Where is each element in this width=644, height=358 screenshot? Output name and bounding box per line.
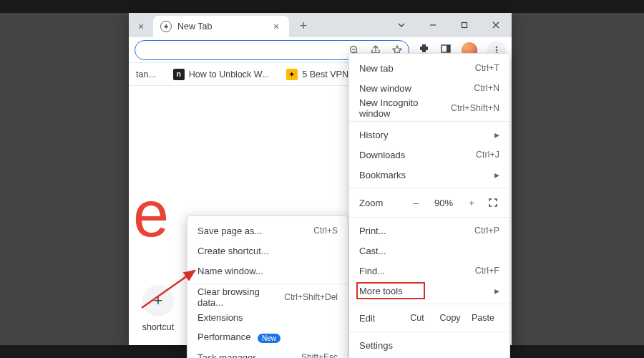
svg-point-8 [496, 49, 498, 51]
submenu-item-extensions[interactable]: Extensions [187, 307, 348, 327]
chevron-right-icon: ▸ [494, 285, 499, 296]
menu-label: Settings [359, 340, 393, 351]
fullscreen-icon[interactable] [487, 198, 499, 208]
menu-item-zoom: Zoom – 90% + [349, 191, 509, 214]
menu-shortcut: Ctrl+P [474, 226, 499, 236]
tab-title: New Tab [177, 21, 212, 32]
svg-rect-6 [447, 45, 450, 52]
menu-label: New window [359, 83, 411, 94]
menu-label: Task manager [197, 352, 256, 359]
menu-shortcut: Ctrl+N [474, 83, 499, 93]
bookmark-item[interactable]: n How to Unblock W... [169, 66, 274, 83]
menu-shortcut: Ctrl+Shift+N [451, 103, 499, 113]
menu-label: History [359, 130, 388, 140]
minimize-button[interactable] [417, 13, 449, 37]
menu-item-settings[interactable]: Settings [349, 335, 509, 355]
menu-item-bookmarks[interactable]: Bookmarks ▸ [349, 165, 509, 185]
submenu-item-performance[interactable]: Performance New [187, 327, 348, 347]
menu-label: Create shortcut... [197, 246, 269, 256]
menu-shortcut: Shift+Esc [301, 352, 338, 358]
tab-inactive[interactable]: × [129, 16, 153, 37]
chrome-favicon-icon [160, 21, 172, 32]
zoom-value: 90% [431, 198, 457, 208]
close-icon[interactable]: × [136, 21, 146, 32]
menu-label: Downloads [359, 150, 405, 160]
menu-shortcut: Ctrl+J [476, 150, 499, 160]
chevron-right-icon: ▸ [494, 129, 499, 140]
menu-shortcut: Ctrl+Shift+Del [284, 292, 338, 302]
menu-item-history[interactable]: History ▸ [349, 125, 509, 145]
submenu-item-clear-browsing-data[interactable]: Clear browsing data... Ctrl+Shift+Del [187, 287, 348, 307]
menu-shortcut: Ctrl+T [475, 63, 499, 73]
new-badge: New [258, 334, 280, 343]
more-tools-submenu: Save page as... Ctrl+S Create shortcut..… [187, 216, 348, 358]
tab-active[interactable]: New Tab × [153, 16, 289, 37]
chrome-main-menu: New tab Ctrl+T New window Ctrl+N New Inc… [348, 53, 510, 358]
menu-item-find[interactable]: Find... Ctrl+F [349, 261, 509, 281]
new-tab-button[interactable]: + [293, 16, 313, 36]
submenu-item-save-page[interactable]: Save page as... Ctrl+S [187, 221, 348, 241]
edit-cut-button[interactable]: Cut [401, 313, 434, 323]
bookmark-item[interactable]: tan... [132, 67, 160, 82]
menu-label: New Incognito window [359, 97, 451, 119]
menu-item-edit: Edit Cut Copy Paste [349, 307, 509, 329]
edit-copy-button[interactable]: Copy [434, 313, 467, 323]
close-window-button[interactable] [480, 13, 512, 37]
menu-label: Zoom [359, 198, 383, 208]
titlebar: × New Tab × + [129, 13, 512, 37]
zoom-out-button[interactable]: – [408, 198, 424, 208]
bookmark-favicon-icon: ✦ [286, 69, 298, 80]
submenu-item-name-window[interactable]: Name window... [187, 261, 348, 281]
menu-label: Clear browsing data... [197, 286, 284, 308]
menu-item-print[interactable]: Print... Ctrl+P [349, 221, 509, 241]
menu-label: Save page as... [197, 226, 262, 236]
menu-label: Cast... [359, 246, 386, 256]
add-shortcut-tile[interactable]: + shortcut [129, 285, 187, 332]
menu-label: More tools [359, 286, 403, 296]
chevron-down-icon[interactable] [386, 13, 417, 37]
menu-label: Bookmarks [359, 170, 406, 180]
menu-item-more-tools[interactable]: More tools ▸ [349, 281, 509, 301]
menu-item-new-incognito[interactable]: New Incognito window Ctrl+Shift+N [349, 98, 509, 118]
menu-label: New tab [359, 63, 394, 74]
chevron-right-icon: ▸ [494, 169, 499, 180]
menu-item-new-tab[interactable]: New tab Ctrl+T [349, 58, 509, 78]
shortcut-label: shortcut [129, 322, 187, 332]
bookmark-favicon-icon: n [173, 69, 185, 80]
menu-item-downloads[interactable]: Downloads Ctrl+J [349, 145, 509, 165]
menu-label: Extensions [197, 312, 243, 323]
edit-paste-button[interactable]: Paste [467, 313, 499, 323]
menu-label: Print... [359, 226, 386, 236]
submenu-item-create-shortcut[interactable]: Create shortcut... [187, 241, 348, 261]
google-logo-fragment: e [133, 178, 169, 251]
menu-shortcut: Ctrl+F [475, 266, 499, 276]
menu-label: Edit [359, 313, 375, 324]
menu-shortcut: Ctrl+S [313, 226, 338, 236]
zoom-in-button[interactable]: + [464, 198, 479, 208]
bookmark-label: How to Unblock W... [189, 69, 270, 79]
menu-item-help[interactable]: Help ▸ [349, 355, 509, 358]
menu-item-cast[interactable]: Cast... [349, 241, 509, 261]
bookmark-label: tan... [136, 69, 156, 79]
menu-item-new-window[interactable]: New window Ctrl+N [349, 78, 509, 98]
menu-label: Performance New [197, 332, 280, 342]
menu-label: Find... [359, 266, 385, 276]
maximize-button[interactable] [449, 13, 480, 37]
plus-icon: + [142, 285, 174, 316]
close-icon[interactable]: × [270, 21, 282, 32]
menu-label: Name window... [197, 266, 263, 276]
submenu-item-task-manager[interactable]: Task manager Shift+Esc [187, 347, 348, 358]
svg-rect-1 [462, 23, 467, 28]
svg-point-7 [496, 46, 498, 48]
